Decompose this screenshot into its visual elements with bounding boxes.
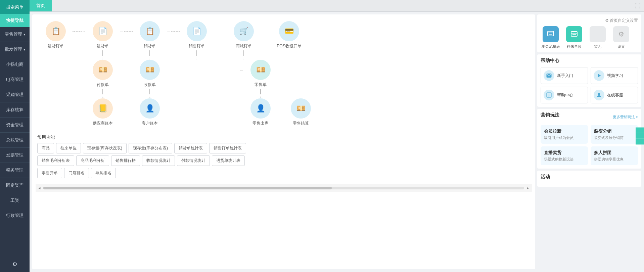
func-btn-gross2[interactable]: 商品毛利分析	[76, 155, 109, 166]
sidebar-item-inventory[interactable]: 库存核算	[0, 102, 30, 118]
marketing-live[interactable]: 直播卖货 场景式购物新玩法	[541, 146, 588, 165]
marketing-header: 营销玩法 更多营销玩法 >	[541, 112, 638, 122]
purchase-order-label: 进货订单	[48, 43, 64, 49]
func-btn-retail-order[interactable]: 零售开单	[37, 168, 62, 178]
float-btn-desktop[interactable]: 桌面快捷	[636, 139, 644, 145]
help-item-video[interactable]: 视频学习	[591, 67, 638, 84]
home-settings-link[interactable]: ⚙ 首页自定义设置	[541, 18, 638, 24]
sidebar-item-admin[interactable]: 行政管理	[0, 208, 30, 223]
retail-out-label: 零售出库	[252, 121, 269, 126]
func-btn-receipt-stat[interactable]: 收款情况统计	[142, 155, 175, 166]
mall-order-icon: 🛒	[234, 21, 254, 41]
none-icon	[590, 26, 606, 42]
func-btn-stock2[interactable]: 现存量(库存分布表)	[129, 143, 172, 153]
left-panel: 📋 进货订单 → 📄 进货单 ←	[32, 14, 535, 269]
sidebar-settings-button[interactable]: ⚙	[0, 256, 30, 272]
marketing-group-desc: 拼团购物享受优惠	[594, 157, 635, 162]
help-title: 帮助中心	[541, 58, 638, 64]
marketing-fission[interactable]: 裂变分销 裂变式发展分销商	[591, 125, 638, 144]
flow-node-sales-order[interactable]: 📄 销售订单	[180, 21, 214, 49]
func-btn-ranking[interactable]: 销售排行榜	[111, 155, 140, 166]
scroll-bar: ◂ ▸	[36, 184, 532, 192]
receipt-label: 收款单	[144, 82, 156, 88]
marketing-fission-desc: 裂变式发展分销商	[594, 135, 635, 140]
scroll-right-arrow[interactable]: ▸	[527, 185, 529, 190]
sidebar-item-ledger[interactable]: 总账管理	[0, 133, 30, 148]
func-btn-store-rank[interactable]: 门店排名	[64, 168, 89, 178]
flow-node-retail-settle[interactable]: 💴 零售结算	[284, 98, 318, 126]
func-btn-stock1[interactable]: 现存量(库存状况表)	[83, 143, 127, 153]
sidebar-search[interactable]: 搜索菜单	[0, 0, 30, 14]
scroll-left-arrow[interactable]: ◂	[38, 185, 41, 190]
flow-node-purchase-order[interactable]: 📋 进货订单	[39, 21, 73, 49]
func-btn-gross1[interactable]: 销售毛利分析表	[37, 155, 74, 166]
quick-icon-partners[interactable]: 往来单位	[564, 26, 584, 49]
pos-icon: 💳	[279, 21, 299, 41]
sidebar-item-ecommerce[interactable]: 电商管理	[0, 72, 30, 87]
marketing-live-desc: 场景式购物新玩法	[544, 157, 585, 162]
func-btn-guide-rank[interactable]: 导购排名	[91, 168, 116, 178]
flow-node-receipt[interactable]: 💴 收款单	[133, 60, 167, 88]
func-btn-goods[interactable]: 商品	[37, 143, 54, 153]
tab-home[interactable]: 首页	[30, 0, 52, 11]
func-row-3: 零售开单 门店排名 导购排名	[37, 168, 530, 178]
flow-node-supplier-book[interactable]: 📒 供应商账本	[86, 98, 120, 126]
sales-order-label: 销售订单	[189, 43, 205, 49]
help-item-help[interactable]: 帮助中心	[541, 87, 588, 103]
payment-label: 付款单	[97, 82, 109, 88]
flow-node-mall-order[interactable]: 🛒 商城订单	[227, 21, 261, 49]
sidebar-item-invoice[interactable]: 发票管理	[0, 148, 30, 163]
marketing-member[interactable]: 会员拉新 吸引用户成为会员	[541, 125, 588, 144]
func-btn-sales-stat[interactable]: 销货单统计表	[174, 143, 207, 153]
common-functions: 常用功能 商品 往来单位 现存量(库存状况表) 现存量(库存分布表) 销货单统计…	[36, 131, 532, 184]
flow-node-customer-book[interactable]: 👤 客户账本	[133, 98, 167, 126]
common-functions-title: 常用功能	[37, 134, 530, 140]
activity-title: 活动	[541, 174, 638, 180]
beginner-label: 新手入门	[557, 73, 573, 79]
video-icon	[594, 70, 604, 81]
sidebar-item-tax[interactable]: 税务管理	[0, 163, 30, 178]
chevron-down-icon: ▾	[24, 33, 25, 36]
func-btn-partners[interactable]: 往来单位	[56, 143, 81, 153]
sidebar-item-ecommerce-small[interactable]: 小畅电商	[0, 57, 30, 72]
flow-node-retail[interactable]: 💴 零售单	[244, 60, 277, 88]
purchase-label: 进货单	[97, 43, 109, 49]
func-btn-order-stat[interactable]: 销售订单统计表	[209, 143, 246, 153]
flow-node-retail-out[interactable]: 👤 零售出库	[244, 98, 277, 126]
quick-nav: ⚙ 首页自定义设置 现金流量表 往来单位	[537, 14, 641, 52]
sidebar-item-assets[interactable]: 固定资产	[0, 178, 30, 193]
sidebar-item-finance[interactable]: 资金管理	[0, 118, 30, 133]
quick-icon-cashflow[interactable]: 现金流量表	[541, 26, 561, 49]
func-btn-purchase-stat[interactable]: 进货单统计表	[212, 155, 245, 166]
flow-node-purchase[interactable]: 📄 进货单	[86, 21, 120, 49]
help-icon	[544, 90, 554, 100]
help-section: 帮助中心 新手入门 视频学习	[537, 54, 641, 107]
help-item-beginner[interactable]: 新手入门	[541, 67, 588, 84]
flow-node-payment[interactable]: 💴 付款单	[86, 60, 120, 88]
func-btn-payment-stat[interactable]: 付款情况统计	[177, 155, 210, 166]
flow-node-pos[interactable]: 💳 POS收银开单	[271, 21, 308, 49]
service-icon	[594, 90, 604, 100]
mall-order-label: 商城订单	[236, 43, 252, 49]
help-item-service[interactable]: 在线客服	[591, 87, 638, 103]
sidebar-item-retail[interactable]: 零售管理▾	[0, 27, 30, 42]
more-marketing-link[interactable]: 更多营销玩法 >	[613, 115, 638, 120]
supplier-book-label: 供应商账本	[93, 121, 113, 126]
marketing-group[interactable]: 多人拼团 拼团购物享受优惠	[591, 146, 638, 165]
quick-icon-none[interactable]: 暂无	[588, 26, 608, 49]
marketing-title: 营销玩法	[541, 112, 559, 118]
float-btn-service[interactable]: 客服热线	[636, 128, 644, 133]
none-label: 暂无	[594, 44, 601, 49]
sidebar-item-purchase[interactable]: 采购管理	[0, 87, 30, 102]
flow-node-sales[interactable]: 📋 销货单	[133, 21, 167, 49]
expand-icon[interactable]: ⛶	[631, 0, 644, 11]
purchase-order-icon: 📋	[46, 21, 66, 41]
settings-icon: ⚙	[613, 26, 629, 42]
sidebar-item-salary[interactable]: 工资	[0, 193, 30, 208]
float-btn-community[interactable]: 服务社区	[636, 133, 644, 139]
sidebar-item-wholesale[interactable]: 批发管理▾	[0, 42, 30, 57]
scroll-track[interactable]	[43, 187, 524, 189]
quick-icon-settings[interactable]: ⚙ 设置	[611, 26, 631, 49]
func-row-1: 商品 往来单位 现存量(库存状况表) 现存量(库存分布表) 销货单统计表 销售订…	[37, 143, 530, 153]
partners-icon	[566, 26, 582, 42]
